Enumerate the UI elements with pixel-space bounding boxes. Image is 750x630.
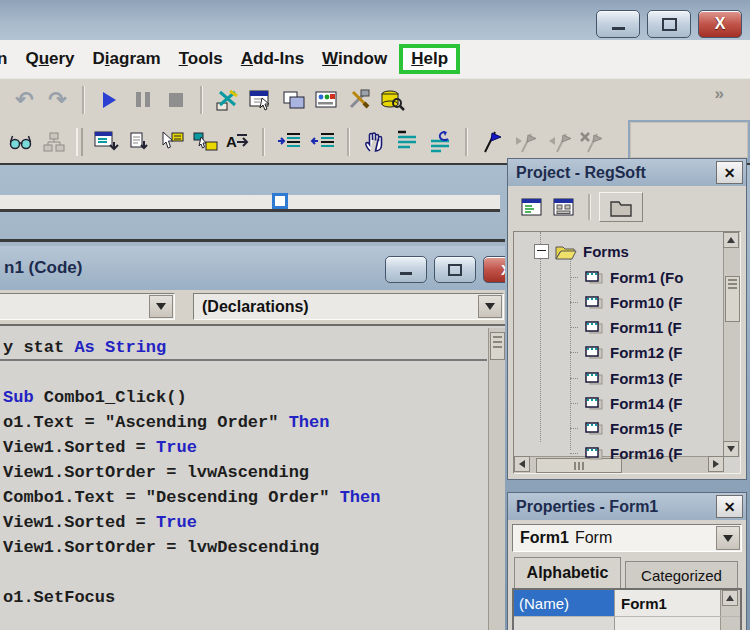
dropdown-arrow-button[interactable] bbox=[716, 526, 740, 550]
tab-categorized[interactable]: Categorized bbox=[625, 561, 738, 588]
dropdown-arrow-button[interactable] bbox=[149, 295, 173, 318]
code-editor[interactable]: y stat As StringSub Combo1_Click()o1.Tex… bbox=[0, 324, 505, 630]
menu-item-window[interactable]: Window bbox=[313, 45, 396, 73]
toolbar-separator bbox=[465, 128, 468, 156]
object-browser-icon[interactable] bbox=[310, 84, 343, 116]
comment-block-icon[interactable] bbox=[391, 126, 424, 158]
next-bookmark-icon[interactable] bbox=[509, 126, 542, 158]
list-properties-icon[interactable] bbox=[89, 126, 122, 158]
property-row[interactable]: (Name)Form1 bbox=[514, 590, 740, 617]
triangle-right-icon bbox=[713, 460, 719, 468]
uncomment-block-icon[interactable] bbox=[424, 126, 457, 158]
previous-bookmark-icon[interactable] bbox=[542, 126, 575, 158]
project-close-button[interactable]: ✕ bbox=[716, 161, 743, 184]
properties-window-icon[interactable] bbox=[244, 84, 277, 116]
tab-alphabetic[interactable]: Alphabetic bbox=[514, 557, 621, 588]
maximize-button[interactable] bbox=[647, 10, 691, 38]
menu-item-tools[interactable]: Tools bbox=[170, 45, 232, 73]
project-explorer-icon[interactable] bbox=[211, 84, 244, 116]
scrollbar-thumb[interactable] bbox=[725, 276, 740, 322]
property-name-cell[interactable]: (Name) bbox=[514, 590, 614, 616]
code-close-button[interactable]: X bbox=[483, 256, 505, 283]
break-icon[interactable] bbox=[126, 84, 159, 116]
clear-bookmarks-icon[interactable] bbox=[575, 126, 608, 158]
toolbar-overflow-chevron[interactable]: » bbox=[715, 84, 724, 104]
tree-item-form11[interactable]: Form11 (F bbox=[570, 316, 682, 338]
properties-panel-title: Properties - Form1 bbox=[516, 498, 658, 516]
toggle-bookmark-icon[interactable] bbox=[476, 126, 509, 158]
outdent-icon[interactable] bbox=[306, 126, 339, 158]
tree-item-form10[interactable]: Form10 (F bbox=[570, 291, 683, 313]
properties-close-button[interactable]: ✕ bbox=[716, 495, 743, 518]
properties-tabs: AlphabeticCategorized bbox=[512, 557, 742, 588]
scrollbar-thumb[interactable] bbox=[490, 332, 505, 360]
scroll-up-button[interactable] bbox=[722, 590, 738, 606]
list-constants-icon[interactable] bbox=[122, 126, 155, 158]
procedure-dropdown[interactable]: (Declarations) bbox=[193, 293, 504, 320]
grid-scrollbar[interactable] bbox=[720, 590, 740, 616]
form-icon bbox=[583, 370, 605, 386]
start-icon[interactable] bbox=[93, 84, 126, 116]
tree-node-label: Forms bbox=[583, 243, 629, 260]
data-view-icon[interactable] bbox=[376, 84, 409, 116]
undo-icon[interactable]: ↶ bbox=[8, 84, 41, 116]
view-code-icon[interactable] bbox=[516, 193, 548, 221]
menu-item-help[interactable]: Help bbox=[399, 44, 460, 74]
menu-item-add-ins[interactable]: Add-Ins bbox=[232, 45, 313, 73]
dropdown-arrow-button[interactable] bbox=[478, 295, 502, 318]
tree-item-form15[interactable]: Form15 (F bbox=[570, 417, 683, 439]
tree-item-form13[interactable]: Form13 (F bbox=[570, 367, 683, 389]
form-icon bbox=[583, 420, 605, 436]
tree-vertical-scrollbar[interactable] bbox=[723, 232, 740, 457]
parameter-info-icon[interactable] bbox=[188, 126, 221, 158]
scroll-down-button[interactable] bbox=[723, 441, 739, 457]
menu-item-n[interactable]: n bbox=[0, 45, 16, 73]
minimize-button[interactable] bbox=[596, 10, 640, 38]
menu-item-query[interactable]: Query bbox=[16, 45, 83, 73]
scroll-up-button[interactable] bbox=[723, 232, 739, 248]
close-icon: X bbox=[715, 16, 726, 32]
end-icon[interactable] bbox=[159, 84, 192, 116]
tree-item-form14[interactable]: Form14 (F bbox=[570, 392, 683, 414]
redo-icon[interactable]: ↷ bbox=[41, 84, 74, 116]
properties-grid[interactable]: (Name)Form1 bbox=[512, 588, 742, 630]
menu-item-diagram[interactable]: Diagram bbox=[84, 45, 170, 73]
code-vertical-scrollbar[interactable] bbox=[488, 328, 505, 630]
toggle-folders-icon[interactable] bbox=[599, 192, 643, 222]
open-folder-icon bbox=[554, 242, 578, 260]
tree-item-form16[interactable]: Form16 (F bbox=[570, 442, 683, 464]
collapse-icon[interactable] bbox=[534, 244, 549, 259]
property-value-cell[interactable]: Form1 bbox=[614, 590, 720, 616]
call-stack-icon[interactable] bbox=[37, 126, 70, 158]
tree-item-form12[interactable]: Form12 (F bbox=[570, 341, 683, 363]
toolbox-icon[interactable] bbox=[343, 84, 376, 116]
form-layout-icon[interactable] bbox=[277, 84, 310, 116]
complete-word-icon[interactable]: A bbox=[221, 126, 254, 158]
view-object-icon[interactable] bbox=[548, 193, 580, 221]
code-minimize-button[interactable] bbox=[385, 256, 427, 283]
scroll-right-button[interactable] bbox=[708, 456, 724, 472]
project-tree[interactable]: Forms Form1 (FoForm10 (FForm11 (FForm12 … bbox=[513, 231, 741, 474]
object-dropdown[interactable] bbox=[0, 293, 175, 320]
minimize-icon bbox=[400, 272, 412, 275]
code-window-title-bar[interactable]: n1 (Code) X bbox=[0, 246, 505, 290]
form-icon bbox=[583, 319, 605, 335]
code-line: o1.SetFocus bbox=[3, 588, 115, 607]
main-title-bar[interactable]: X bbox=[0, 0, 750, 40]
close-button[interactable]: X bbox=[698, 10, 742, 38]
scroll-left-button[interactable] bbox=[514, 456, 530, 472]
toggle-breakpoint-icon[interactable] bbox=[358, 126, 391, 158]
selected-object-type: Form bbox=[575, 529, 612, 547]
find-icon[interactable] bbox=[4, 126, 37, 158]
toolbar-separator bbox=[588, 194, 591, 220]
tree-item-form1[interactable]: Form1 (Fo bbox=[570, 266, 683, 288]
quick-info-icon[interactable] bbox=[155, 126, 188, 158]
indent-icon[interactable] bbox=[273, 126, 306, 158]
tree-node-forms[interactable]: Forms bbox=[534, 240, 629, 262]
properties-panel-title-bar[interactable]: Properties - Form1 ✕ bbox=[508, 493, 746, 520]
object-selector-dropdown[interactable]: Form1 Form bbox=[512, 524, 742, 552]
code-maximize-button[interactable] bbox=[434, 256, 476, 283]
project-panel-title-bar[interactable]: Project - RegSoft ✕ bbox=[508, 159, 746, 186]
selection-handle[interactable] bbox=[272, 193, 288, 209]
toolbar-drag-handle[interactable] bbox=[76, 128, 83, 156]
